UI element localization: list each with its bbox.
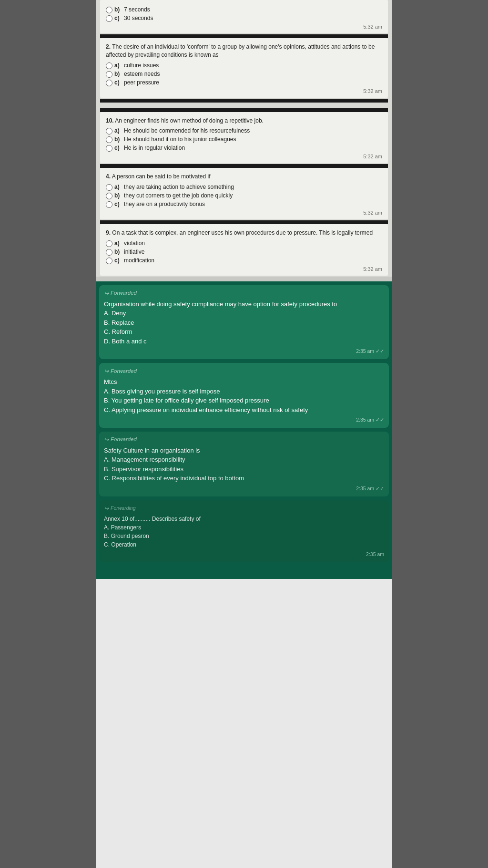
divider-bar (100, 108, 388, 112)
option-label: c) (114, 201, 122, 207)
bubble-content-2: Mtcs A. Boss giving you pressure is self… (104, 377, 384, 414)
option-text: He is in regular violation (124, 145, 185, 151)
option-text: modification (124, 257, 154, 264)
option-row: b) esteem needs (106, 71, 382, 78)
question-number: 2. (106, 43, 111, 50)
radio-b[interactable] (106, 7, 112, 13)
radio-c[interactable] (106, 258, 112, 264)
divider-bar (100, 34, 388, 38)
forwarded-label-4: ↪ Forwarding (104, 504, 384, 513)
option-label: b) (114, 136, 122, 143)
bubble-content-1: Organisation while doing safety complian… (104, 300, 384, 346)
question-text: 4. A person can be said to be motivated … (106, 173, 382, 181)
chat-bubble-2: ↪ Forwarded Mtcs A. Boss giving you pres… (99, 363, 389, 428)
option-label: b) (114, 192, 122, 199)
option-row: a) violation (106, 240, 382, 247)
option-row: c) peer pressure (106, 79, 382, 86)
bubble-timestamp-4: 2:35 am (104, 551, 384, 558)
option-row: b) they cut corners to get the job done … (106, 192, 382, 199)
phone-container: b) 7 seconds c) 30 seconds 5:32 am 2. Th… (96, 0, 392, 868)
question-text: 9. On a task that is complex, an enginee… (106, 229, 382, 237)
option-label: a) (114, 240, 122, 247)
question-number: 9. (106, 229, 111, 236)
option-label: a) (114, 184, 122, 190)
option-c-text: 30 seconds (124, 15, 153, 21)
option-text: they are on a productivity bonus (124, 201, 205, 207)
divider-bar (100, 99, 388, 103)
option-label: c) (114, 145, 122, 151)
option-row: a) culture issues (106, 62, 382, 69)
option-row: c) they are on a productivity bonus (106, 201, 382, 208)
option-label: b) (114, 248, 122, 255)
option-text: culture issues (124, 62, 159, 69)
chat-bubble-4: ↪ Forwarding Annex 10 of.......... Descr… (99, 500, 389, 562)
option-label: c) (114, 257, 122, 264)
option-text: violation (124, 240, 145, 247)
option-row: b) 7 seconds (106, 6, 382, 13)
forwarded-label-3: ↪ Forwarded (104, 435, 384, 444)
option-b-label: b) (114, 6, 122, 13)
quiz-card-q9: 9. On a task that is complex, an enginee… (100, 224, 388, 276)
quiz-card-q4: 4. A person can be said to be motivated … (100, 168, 388, 219)
radio-a[interactable] (106, 128, 112, 134)
option-row: c) 30 seconds (106, 15, 382, 22)
option-text: they are taking action to achieve someth… (124, 184, 234, 190)
timestamp: 5:32 am (106, 210, 382, 216)
option-label: a) (114, 62, 122, 69)
forward-icon: ↪ (104, 504, 109, 513)
radio-a[interactable] (106, 62, 112, 69)
quiz-section: b) 7 seconds c) 30 seconds 5:32 am 2. Th… (96, 0, 392, 281)
option-text: they cut corners to get the job done qui… (124, 192, 233, 199)
chat-section: ↪ Forwarded Organisation while doing saf… (96, 281, 392, 579)
quiz-card-partial: b) 7 seconds c) 30 seconds 5:32 am (100, 0, 388, 33)
option-row: c) modification (106, 257, 382, 264)
divider-bar (100, 220, 388, 224)
option-text: esteem needs (124, 71, 160, 77)
forwarded-label-2: ↪ Forwarded (104, 367, 384, 375)
radio-c[interactable] (106, 145, 112, 152)
option-text: He should hand it on to his junior colle… (124, 136, 236, 143)
option-text: peer pressure (124, 79, 159, 86)
question-text: 2. The desire of an individual to 'confo… (106, 43, 382, 59)
option-label: a) (114, 127, 122, 134)
option-c-label: c) (114, 15, 122, 21)
option-row: b) initiative (106, 248, 382, 256)
timestamp: 5:32 am (106, 154, 382, 159)
option-text: He should be commended for his resourcef… (124, 127, 250, 134)
option-label: b) (114, 71, 122, 77)
forward-icon: ↪ (104, 435, 109, 444)
radio-a[interactable] (106, 240, 112, 247)
timestamp: 5:32 am (106, 24, 382, 30)
bubble-timestamp-2: 2:35 am ✓✓ (104, 416, 384, 424)
radio-a[interactable] (106, 184, 112, 191)
radio-b[interactable] (106, 136, 112, 143)
quiz-card-q10: 10. An engineer finds his own method of … (100, 112, 388, 164)
option-row: c) He is in regular violation (106, 145, 382, 152)
question-number: 4. (106, 173, 111, 180)
option-text: initiative (124, 248, 144, 255)
question-number: 10. (106, 117, 114, 124)
option-row: a) He should be commended for his resour… (106, 127, 382, 134)
chat-bubble-3: ↪ Forwarded Safety Culture in an organis… (99, 432, 389, 496)
forwarded-text: Forwarded (111, 435, 137, 444)
radio-c[interactable] (106, 15, 112, 22)
chat-bubble-1: ↪ Forwarded Organisation while doing saf… (99, 285, 389, 359)
option-row: a) they are taking action to achieve som… (106, 184, 382, 191)
bubble-content-3: Safety Culture in an organisation is A. … (104, 446, 384, 483)
option-b-text: 7 seconds (124, 6, 150, 13)
bubble-content-4: Annex 10 of.......... Describes safety o… (104, 515, 384, 549)
timestamp: 5:32 am (106, 88, 382, 94)
forwarded-text: Forwarded (111, 289, 137, 297)
forwarded-label-1: ↪ Forwarded (104, 289, 384, 298)
radio-b[interactable] (106, 71, 112, 78)
radio-b[interactable] (106, 193, 112, 199)
forwarded-text: Forwarding (111, 505, 136, 512)
radio-c[interactable] (106, 80, 112, 86)
bubble-timestamp-1: 2:35 am ✓✓ (104, 348, 384, 355)
divider-bar (100, 164, 388, 168)
option-row: b) He should hand it on to his junior co… (106, 136, 382, 143)
forward-icon: ↪ (104, 289, 109, 298)
radio-b[interactable] (106, 249, 112, 256)
radio-c[interactable] (106, 201, 112, 208)
option-label: c) (114, 79, 122, 86)
